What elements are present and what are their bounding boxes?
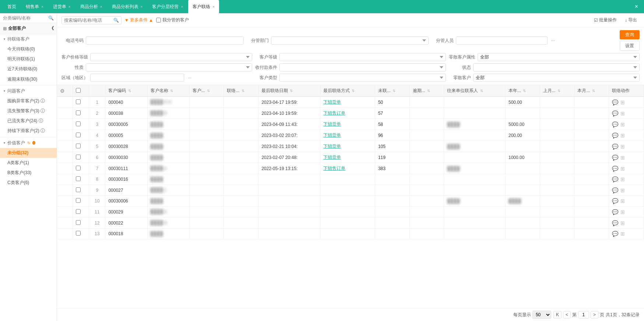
tab-analysis-close[interactable]: × [100, 5, 102, 9]
reset-btn[interactable]: 设置 [620, 41, 640, 51]
last-type-link[interactable]: 下销货单 [323, 99, 341, 105]
row-checkbox[interactable] [76, 220, 81, 225]
chat-icon[interactable]: 💬 [612, 187, 618, 193]
chat-icon[interactable]: 💬 [612, 144, 618, 149]
phone-input[interactable] [86, 36, 244, 45]
row-checkbox[interactable] [76, 121, 81, 126]
tab-customer-mgmt[interactable]: 客户分层经营 × [148, 0, 187, 13]
sidebar-item-warning[interactable]: 流失预警客户(3) ⓘ [0, 106, 57, 116]
status-select[interactable] [473, 63, 640, 71]
last-type-link[interactable]: 下销售订单 [323, 110, 345, 116]
retail-select[interactable]: 全部 [473, 74, 640, 82]
th-last-month[interactable]: 上月... ⇅ [540, 85, 574, 97]
search-input[interactable] [64, 18, 112, 23]
more-icon[interactable]: ⊞ [620, 133, 625, 138]
row-checkbox[interactable] [76, 155, 81, 159]
value-refresh-icon[interactable]: ↻ [27, 141, 30, 145]
th-overdue[interactable]: 逾期... ⇅ [409, 85, 444, 97]
chat-icon[interactable]: 💬 [612, 155, 618, 160]
last-type-link[interactable]: 下销货单 [323, 133, 341, 138]
more-icon[interactable]: ⊞ [620, 121, 625, 127]
select-all-checkbox[interactable] [76, 88, 81, 93]
chat-icon[interactable]: 💬 [612, 198, 618, 204]
th-type[interactable]: 客户... ⇅ [189, 85, 224, 97]
tab-customer-contact[interactable]: 客户联络 × [188, 0, 219, 13]
page-size-select[interactable]: 50 100 200 [532, 311, 551, 319]
region-more-btn[interactable]: ··· [186, 74, 193, 81]
sidebar-item-tomorrow[interactable]: 明天待联络(1) [0, 54, 57, 64]
th-code[interactable]: 客户编码 ⇅ [105, 85, 147, 97]
more-icon[interactable]: ⊞ [620, 155, 625, 160]
sidebar-item-c[interactable]: C类客户(6) [0, 178, 57, 188]
sidebar-item-lost[interactable]: 已流失客户(24) ⓘ [0, 116, 57, 126]
toolbar-search-icon[interactable]: 🔍 [113, 18, 119, 23]
th-last-type[interactable]: 最后联络方式 ⇅ [320, 85, 375, 97]
query-btn[interactable]: 查询 [620, 30, 640, 39]
sidebar-group-waiting[interactable]: ▼ 待联络客户 [0, 34, 57, 44]
chat-icon[interactable]: 💬 [612, 166, 618, 172]
th-last-date[interactable]: 最后联络日期 ⇅ [258, 85, 320, 97]
sidebar-item-overdue[interactable]: 逾期未联络(30) [0, 74, 57, 84]
more-icon[interactable]: ⊞ [620, 220, 625, 226]
tab-analysis-list-close[interactable]: × [141, 5, 143, 9]
more-icon[interactable]: ⊞ [620, 231, 625, 237]
sidebar-item-ungroup[interactable]: 未分组(32) [0, 148, 57, 158]
th-contact[interactable]: 联络... ⇅ [224, 85, 258, 97]
row-checkbox[interactable] [76, 209, 81, 214]
th-name[interactable]: 客户名称 ⇅ [147, 85, 189, 97]
customer-level-select[interactable] [279, 53, 446, 61]
chat-icon[interactable]: 💬 [612, 133, 618, 138]
row-checkbox[interactable] [76, 176, 81, 181]
sidebar-search-input[interactable] [3, 15, 47, 21]
person-more-btn[interactable]: ··· [550, 37, 556, 44]
chat-icon[interactable]: 💬 [612, 110, 618, 116]
first-page-btn[interactable]: K [553, 311, 562, 318]
row-checkbox[interactable] [76, 187, 81, 192]
chat-icon[interactable]: 💬 [612, 121, 618, 127]
chat-icon[interactable]: 💬 [612, 220, 618, 226]
last-type-link[interactable]: 下销售订单 [323, 166, 345, 171]
more-icon[interactable]: ⊞ [620, 176, 625, 182]
page-input[interactable] [578, 311, 589, 318]
last-type-link[interactable]: 下销货单 [323, 144, 341, 149]
more-icon[interactable]: ⊞ [620, 166, 625, 172]
close-all-btn[interactable]: × [632, 3, 641, 10]
th-no-contact[interactable]: 未联... ⇅ [375, 85, 409, 97]
tab-purchase-close[interactable]: × [68, 5, 71, 9]
region-input[interactable] [90, 74, 184, 82]
tab-home[interactable]: 首页 [3, 0, 21, 13]
more-icon[interactable]: ⊞ [620, 99, 625, 105]
sidebar-search-icon[interactable]: 🔍 [48, 15, 54, 21]
tab-sales-close[interactable]: × [41, 5, 43, 9]
more-icon[interactable]: ⊞ [620, 187, 625, 193]
row-checkbox[interactable] [76, 231, 81, 236]
next-page-btn[interactable]: > [591, 311, 598, 318]
dept-select[interactable] [271, 36, 429, 45]
prev-page-btn[interactable]: < [563, 311, 571, 318]
tab-customer-contact-close[interactable]: × [212, 5, 215, 9]
settings-icon[interactable]: ⚙ [60, 88, 65, 94]
export-btn[interactable]: ↓ 导出 [622, 15, 640, 25]
retail-attr-select[interactable]: 全部 [478, 53, 640, 61]
sidebar-all-customers[interactable]: ⊞ 全部客户 《 [0, 23, 57, 34]
tab-analysis[interactable]: 商品分析 × [76, 0, 107, 13]
chat-icon[interactable]: 💬 [612, 209, 618, 215]
row-checkbox[interactable] [76, 110, 81, 115]
row-checkbox[interactable] [76, 133, 81, 137]
sidebar-item-abnormal[interactable]: 囤购异常客户(2) ⓘ [0, 96, 57, 106]
last-type-link[interactable]: 下销货单 [323, 155, 341, 160]
chat-icon[interactable]: 💬 [612, 231, 618, 237]
customer-type-select[interactable] [279, 74, 446, 82]
chat-icon[interactable]: 💬 [612, 99, 618, 105]
more-icon[interactable]: ⊞ [620, 198, 625, 204]
th-unit-contact[interactable]: 往来单位联系人 ⇅ [444, 85, 506, 97]
row-checkbox[interactable] [76, 99, 81, 104]
sidebar-item-week[interactable]: 近7天待联络(0) [0, 64, 57, 74]
collapse-icon[interactable]: 《 [49, 25, 54, 32]
nature-select[interactable] [86, 63, 252, 71]
sidebar-item-declining[interactable]: 持续下滑客户(2) ⓘ [0, 126, 57, 136]
sidebar-group-value[interactable]: ▼ 价值客户 ↻ ! [0, 138, 57, 148]
more-icon[interactable]: ⊞ [620, 110, 625, 116]
sidebar-group-problem[interactable]: ▼ 问题客户 [0, 86, 57, 96]
batch-op-btn[interactable]: ☑ 批量操作 [591, 15, 619, 25]
